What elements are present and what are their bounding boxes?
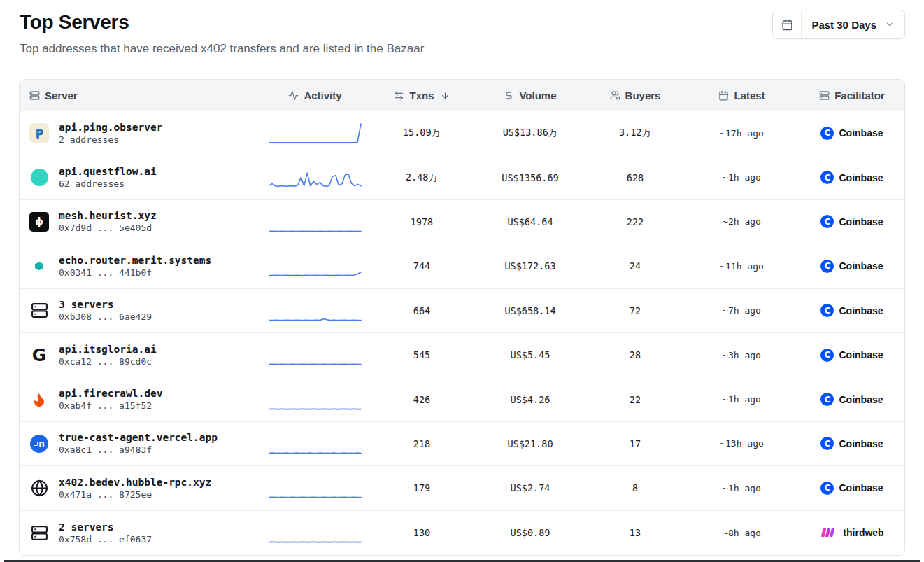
- volume-value: US$172.63: [474, 260, 586, 272]
- table-row[interactable]: 3 servers 0xb308 ... 6ae429 664 US$658.1…: [20, 289, 904, 333]
- volume-value: US$13.86万: [474, 127, 586, 139]
- txns-value: 179: [369, 482, 474, 493]
- column-header-buyers[interactable]: Buyers: [586, 90, 684, 101]
- table-row[interactable]: x402.bedev.hubble-rpc.xyz 0x471a ... 872…: [20, 466, 904, 510]
- time-range-dropdown[interactable]: Past 30 Days: [772, 10, 905, 39]
- server-name: 3 servers: [59, 299, 152, 310]
- activity-sparkline: [268, 428, 362, 459]
- facilitator-badge[interactable]: C Coinbase: [799, 349, 904, 362]
- server-name: api.questflow.ai: [59, 166, 157, 177]
- activity-sparkline: [268, 295, 362, 326]
- table-row[interactable]: api.questflow.ai 62 addresses 2.48万 US$1…: [20, 155, 904, 199]
- server-address: 0x471a ... 8725ee: [59, 489, 211, 500]
- txns-value: 545: [369, 349, 474, 360]
- volume-value: US$2.74: [474, 482, 586, 493]
- column-header-latest[interactable]: Latest: [684, 90, 799, 101]
- txns-value: 130: [369, 527, 474, 538]
- heurist-logo: ϕ: [29, 211, 50, 232]
- column-header-volume[interactable]: Volume: [474, 90, 586, 101]
- buyers-value: 628: [586, 172, 684, 183]
- facilitator-badge[interactable]: C Coinbase: [799, 304, 904, 317]
- server-name: mesh.heurist.xyz: [59, 210, 157, 221]
- latest-value: ~1h ago: [684, 483, 799, 493]
- coinbase-logo: C: [820, 482, 834, 495]
- facilitator-badge[interactable]: C Coinbase: [799, 171, 904, 184]
- ping-observer-logo: P: [29, 122, 50, 143]
- top-servers-page: Top Servers Top addresses that have rece…: [0, 0, 924, 562]
- buyers-value: 8: [586, 482, 684, 493]
- facilitator-badge[interactable]: C Coinbase: [799, 260, 904, 273]
- activity-icon: [288, 90, 299, 101]
- volume-value: US$4.26: [474, 394, 586, 405]
- gloria-logo: G: [29, 344, 50, 365]
- server-address: 62 addresses: [59, 178, 157, 189]
- txns-value: 1978: [369, 216, 474, 227]
- facilitator-badge[interactable]: C Coinbase: [799, 437, 904, 450]
- table-row[interactable]: P api.ping.observer 2 addresses 15.09万 U…: [20, 111, 904, 155]
- chevron-down-icon: [885, 20, 895, 29]
- server-address: 0xca12 ... 89cd0c: [59, 356, 157, 367]
- servers-stack-icon: [29, 300, 50, 321]
- volume-value: US$21.80: [474, 438, 586, 449]
- txns-value: 664: [369, 305, 474, 316]
- volume-value: US$5.45: [474, 349, 586, 360]
- top-servers-table: Server Activity Txns: [19, 79, 905, 556]
- server-name: true-cast-agent.vercel.app: [59, 432, 218, 443]
- coinbase-logo: C: [820, 349, 834, 362]
- latest-value: ~17h ago: [684, 128, 799, 139]
- truecast-logo: n: [29, 433, 50, 454]
- facilitator-badge[interactable]: thirdweb: [799, 527, 904, 538]
- facilitator-badge[interactable]: C Coinbase: [799, 127, 904, 140]
- latest-value: ~7h ago: [684, 305, 799, 316]
- merit-logo: [29, 255, 50, 276]
- server-name: 2 servers: [59, 521, 152, 533]
- column-header-server[interactable]: Server: [20, 90, 261, 101]
- facilitator-label: thirdweb: [843, 527, 883, 538]
- table-row[interactable]: G api.itsgloria.ai 0xca12 ... 89cd0c 545…: [20, 333, 904, 377]
- txns-value: 744: [369, 260, 474, 272]
- facilitator-label: Coinbase: [839, 482, 883, 493]
- calendar-icon[interactable]: [773, 10, 802, 38]
- column-header-txns[interactable]: Txns: [369, 90, 474, 101]
- facilitator-label: Coinbase: [839, 216, 883, 227]
- activity-sparkline: [268, 162, 362, 193]
- thirdweb-logo: [820, 528, 838, 538]
- server-name: api.firecrawl.dev: [59, 388, 162, 399]
- activity-sparkline: [268, 118, 362, 148]
- buyers-value: 22: [586, 394, 684, 405]
- facilitator-badge[interactable]: C Coinbase: [799, 215, 904, 228]
- coinbase-logo: C: [820, 437, 834, 450]
- server-address: 0xb308 ... 6ae429: [59, 311, 152, 322]
- server-name: x402.bedev.hubble-rpc.xyz: [59, 477, 211, 488]
- server-address: 0x0341 ... 441b0f: [59, 267, 211, 278]
- facilitator-badge[interactable]: C Coinbase: [799, 482, 904, 495]
- activity-sparkline: [268, 517, 362, 548]
- column-header-facilitator[interactable]: Facilitator: [799, 90, 904, 101]
- latest-value: ~2h ago: [684, 216, 799, 227]
- buyers-value: 222: [586, 216, 684, 227]
- table-body: P api.ping.observer 2 addresses 15.09万 U…: [20, 111, 904, 555]
- facilitator-label: Coinbase: [839, 127, 883, 139]
- buyers-value: 72: [586, 305, 684, 316]
- server-address: 0x758d ... ef0637: [59, 534, 152, 545]
- facilitator-label: Coinbase: [839, 260, 883, 272]
- table-row[interactable]: 2 servers 0x758d ... ef0637 130 US$0.89 …: [20, 511, 904, 555]
- table-row[interactable]: api.firecrawl.dev 0xab4f ... a15f52 426 …: [20, 377, 904, 421]
- server-name: api.itsgloria.ai: [59, 344, 157, 355]
- table-row[interactable]: ϕ mesh.heurist.xyz 0x7d9d ... 5e405d 197…: [20, 200, 904, 244]
- time-range-label: Past 30 Days: [811, 19, 876, 31]
- facilitator-badge[interactable]: C Coinbase: [799, 393, 904, 406]
- firecrawl-logo: [29, 389, 50, 410]
- coinbase-logo: C: [820, 127, 834, 140]
- questflow-logo: [29, 167, 50, 188]
- latest-value: ~8h ago: [684, 528, 799, 538]
- transfers-icon: [394, 90, 404, 101]
- coinbase-logo: C: [820, 393, 834, 406]
- column-header-activity[interactable]: Activity: [261, 90, 369, 101]
- buyers-value: 13: [586, 527, 684, 538]
- time-range-value[interactable]: Past 30 Days: [802, 10, 904, 38]
- table-row[interactable]: n true-cast-agent.vercel.app 0xa8c1 ... …: [20, 422, 904, 466]
- latest-value: ~3h ago: [684, 350, 799, 360]
- coinbase-logo: C: [820, 260, 834, 273]
- table-row[interactable]: echo.router.merit.systems 0x0341 ... 441…: [20, 244, 904, 288]
